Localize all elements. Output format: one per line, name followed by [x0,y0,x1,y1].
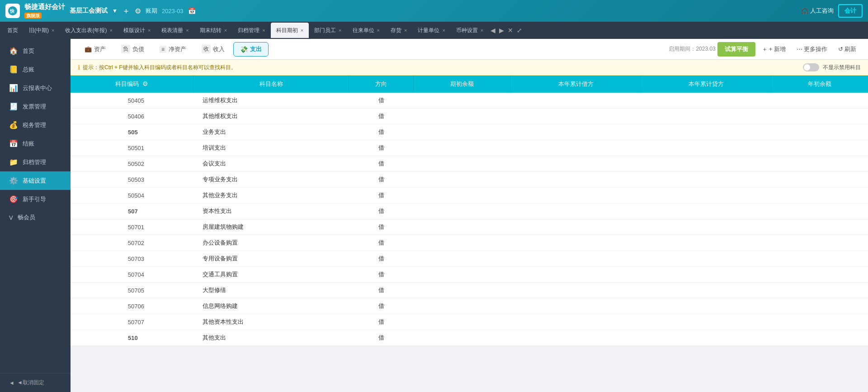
tab-unit[interactable]: 计量单位 × [412,23,450,38]
tab-unit-close[interactable]: × [442,28,445,33]
sidebar-item-report[interactable]: 📊 云报表中心 [0,79,71,97]
basic-settings-icon: ⚙️ [9,176,18,185]
tab-period-end-close[interactable]: × [224,28,227,33]
cell-period-balance [413,298,510,314]
tab-dept-staff[interactable]: 部门员工 × [309,23,347,38]
col-direction: 方向 [349,76,414,93]
sidebar-item-home[interactable]: 🏠 首页 [0,42,71,60]
tab-tax-clear[interactable]: 税表清册 × [156,23,194,38]
pin-label: ◄取消固定 [17,379,44,387]
tab-home[interactable]: 首页 [2,23,24,38]
sidebar-item-ledger[interactable]: 📒 总账 [0,60,71,79]
tab-inventory-close[interactable]: × [404,28,407,33]
tab-expand-icon[interactable]: ⤢ [515,27,524,34]
tab-currency[interactable]: 币种设置 × [451,23,489,38]
sub-tab-expense[interactable]: 💸 支出 [233,42,269,57]
main-layout: 🏠 首页 📒 总账 📊 云报表中心 🧾 发票管理 💰 税务管理 📅 结账 📁 归… [0,39,868,392]
tab-counterpart[interactable]: 往来单位 × [347,23,385,38]
cell-code: 50504 [71,188,193,203]
add-subject-button[interactable]: ＋ + 新增 [757,43,790,56]
tab-template[interactable]: 模版设计 × [118,23,156,38]
cell-annual-credit [641,235,771,251]
hide-disabled-toggle[interactable] [803,63,819,71]
sidebar-tax-label: 税务管理 [23,121,46,129]
sidebar-item-guide[interactable]: 🎯 新手引导 [0,190,71,208]
sub-tab-equity[interactable]: ≡ 净资产 [153,42,193,57]
col-annual-balance: 年初余额 [771,76,868,93]
close-period-icon: 📅 [9,139,18,148]
sub-tab-income[interactable]: 收 收入 [195,42,231,57]
tab-income-annual[interactable]: 收入支出表(年报) × [60,23,118,38]
refresh-button[interactable]: ↺ 刷新 [834,43,861,56]
top-right-area: 🎧 人工咨询 会计 [801,4,863,18]
tab-period-end[interactable]: 期末结转 × [194,23,232,38]
trial-balance-button[interactable]: 试算平衡 [717,42,755,57]
sub-tab-liability[interactable]: 负 负债 [114,42,151,57]
cell-annual-credit [641,298,771,314]
add-company-icon[interactable]: ＋ [122,5,130,16]
help-button[interactable]: 🎧 人工咨询 [801,7,834,15]
table-row: 50707 其他资本性支出 借 [71,314,868,330]
sidebar-item-close[interactable]: 📅 结账 [0,134,71,153]
cell-period-balance [413,235,510,251]
sidebar-item-invoice[interactable]: 🧾 发票管理 [0,97,71,116]
cell-period-balance [413,93,510,109]
cell-annual-balance [771,219,868,235]
tab-archive-mgr[interactable]: 归档管理 × [232,23,270,38]
cell-annual-debit [511,283,641,298]
cell-period-balance [413,283,510,298]
period-value[interactable]: 2023-03 [162,8,184,14]
sidebar-item-tax[interactable]: 💰 税务管理 [0,116,71,134]
tab-interim[interactable]: 旧(中期) × [24,23,60,38]
sidebar-basic-label: 基础设置 [23,177,46,185]
svg-text:快: 快 [9,9,15,14]
tab-tax-clear-close[interactable]: × [186,28,189,33]
sidebar-close-label: 结账 [23,140,34,148]
cell-code: 50705 [71,283,193,298]
cell-direction: 借 [349,330,414,346]
sidebar-item-archive[interactable]: 📁 归档管理 [0,153,71,171]
tab-template-close[interactable]: × [148,28,151,33]
tab-archive-mgr-close[interactable]: × [262,28,265,33]
sidebar-pin-button[interactable]: ◄ ◄取消固定 [0,373,71,392]
cell-period-balance [413,188,510,203]
cell-direction: 借 [349,298,414,314]
tab-currency-close[interactable]: × [481,28,483,33]
tab-income-annual-label: 收入支出表(年报) [65,27,107,34]
tab-inventory[interactable]: 存货 × [385,23,412,38]
company-dropdown-arrow[interactable]: ▼ [112,8,118,14]
tab-next-arrow[interactable]: ▶ [497,27,506,34]
cell-period-balance [413,251,510,267]
table-container: 科目编码 ⚙ 科目名称 方向 期初余额 本年累计借方 本年累计贷方 年初余额 5… [71,76,868,392]
table-row: 50504 其他业务支出 借 [71,188,868,203]
tab-subject-init-label: 科目期初 [276,27,298,34]
col-name: 科目名称 [193,76,349,93]
sidebar-item-basic[interactable]: ⚙️ 基础设置 [0,171,71,190]
tab-subject-init-close[interactable]: × [301,28,303,33]
tab-subject-init[interactable]: 科目期初 × [271,23,309,38]
cell-name: 专用设备购置 [193,251,349,267]
tab-counterpart-close[interactable]: × [377,28,380,33]
settings-icon[interactable]: ⚙ [135,7,141,15]
tab-period-end-label: 期末结转 [200,27,222,34]
tab-income-annual-close[interactable]: × [109,28,112,33]
calendar-icon[interactable]: 📅 [188,7,196,14]
cell-annual-balance [771,172,868,188]
sidebar-item-member[interactable]: V 畅会员 [0,208,71,227]
cell-annual-credit [641,219,771,235]
cell-name: 大型修缮 [193,283,349,298]
tab-prev-arrow[interactable]: ◀ [489,27,497,34]
cell-annual-credit [641,283,771,298]
sidebar-home-label: 首页 [23,47,34,55]
tab-interim-close[interactable]: × [52,28,54,33]
tab-dept-staff-close[interactable]: × [339,28,341,33]
cell-annual-credit [641,156,771,172]
app-version: 旗舰版 [24,13,42,19]
col-settings-icon[interactable]: ⚙ [142,80,148,87]
cell-direction: 借 [349,203,414,219]
account-role-button[interactable]: 会计 [838,4,863,18]
cell-code: 50707 [71,314,193,330]
sub-tab-asset[interactable]: 💼 资产 [78,42,113,57]
more-actions-button[interactable]: ⋯ 更多操作 [792,43,832,56]
tab-close-all-icon[interactable]: ✕ [506,27,515,34]
